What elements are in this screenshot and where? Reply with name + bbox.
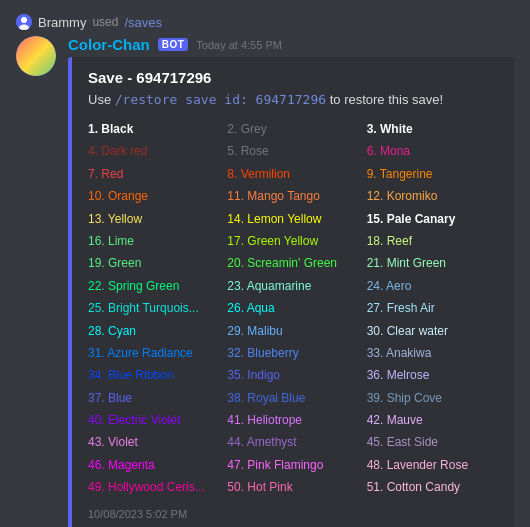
color-item: 33. Anakiwa (367, 343, 498, 363)
color-item: 43. Violet (88, 432, 219, 452)
color-item: 20. Screamin' Green (227, 253, 358, 273)
message-header: Color-Chan BOT Today at 4:55 PM (68, 36, 514, 53)
embed-description: Use /restore save id: 694717296 to resto… (88, 92, 498, 107)
color-item: 38. Royal Blue (227, 388, 358, 408)
color-item: 24. Aero (367, 276, 498, 296)
command-action: used (92, 15, 118, 29)
embed: Save - 694717296 Use /restore save id: 6… (68, 57, 514, 527)
command-username: Brammy (38, 15, 86, 30)
color-item: 48. Lavender Rose (367, 455, 498, 475)
embed-title: Save - 694717296 (88, 69, 498, 86)
color-item: 8. Vermilion (227, 164, 358, 184)
color-item: 50. Hot Pink (227, 477, 358, 497)
color-item: 13. Yellow (88, 209, 219, 229)
color-item: 49. Hollywood Ceris... (88, 477, 219, 497)
message-row: Color-Chan BOT Today at 4:55 PM Save - 6… (16, 36, 514, 527)
embed-footer: 10/08/2023 5:02 PM (88, 508, 498, 520)
color-item: 39. Ship Cove (367, 388, 498, 408)
color-item: 32. Blueberry (227, 343, 358, 363)
color-item: 41. Heliotrope (227, 410, 358, 430)
message-timestamp: Today at 4:55 PM (196, 39, 282, 51)
color-item: 19. Green (88, 253, 219, 273)
color-item: 7. Red (88, 164, 219, 184)
embed-desc-command: /restore save id: 694717296 (115, 92, 326, 107)
color-item: 5. Rose (227, 141, 358, 161)
message-content: Color-Chan BOT Today at 4:55 PM Save - 6… (68, 36, 514, 527)
color-item: 36. Melrose (367, 365, 498, 385)
color-item: 4. Dark red (88, 141, 219, 161)
bot-badge: BOT (158, 38, 189, 51)
color-item: 16. Lime (88, 231, 219, 251)
color-item: 25. Bright Turquois... (88, 298, 219, 318)
color-item: 42. Mauve (367, 410, 498, 430)
command-avatar-small (16, 14, 32, 30)
bot-name: Color-Chan (68, 36, 150, 53)
command-text: /saves (124, 15, 162, 30)
color-item: 11. Mango Tango (227, 186, 358, 206)
color-item: 29. Malibu (227, 321, 358, 341)
color-item: 45. East Side (367, 432, 498, 452)
color-item: 9. Tangerine (367, 164, 498, 184)
color-item: 30. Clear water (367, 321, 498, 341)
color-item: 21. Mint Green (367, 253, 498, 273)
color-item: 17. Green Yellow (227, 231, 358, 251)
color-item: 31. Azure Radiance (88, 343, 219, 363)
color-item: 23. Aquamarine (227, 276, 358, 296)
color-item: 27. Fresh Air (367, 298, 498, 318)
color-item: 15. Pale Canary (367, 209, 498, 229)
bot-avatar (16, 36, 56, 76)
color-item: 18. Reef (367, 231, 498, 251)
color-item: 22. Spring Green (88, 276, 219, 296)
color-item: 46. Magenta (88, 455, 219, 475)
color-item: 34. Blue Ribbon (88, 365, 219, 385)
embed-desc-prefix: Use (88, 92, 115, 107)
color-grid: 1. Black2. Grey3. White4. Dark red5. Ros… (88, 119, 498, 498)
color-item: 2. Grey (227, 119, 358, 139)
svg-point-1 (21, 17, 27, 23)
color-item: 44. Amethyst (227, 432, 358, 452)
color-item: 40. Electric Violet (88, 410, 219, 430)
color-item: 26. Aqua (227, 298, 358, 318)
color-item: 28. Cyan (88, 321, 219, 341)
color-item: 3. White (367, 119, 498, 139)
color-item: 35. Indigo (227, 365, 358, 385)
command-line: Brammy used /saves (16, 14, 514, 30)
color-item: 6. Mona (367, 141, 498, 161)
color-item: 1. Black (88, 119, 219, 139)
embed-desc-suffix: to restore this save! (326, 92, 443, 107)
color-item: 14. Lemon Yellow (227, 209, 358, 229)
color-item: 10. Orange (88, 186, 219, 206)
color-item: 12. Koromiko (367, 186, 498, 206)
color-item: 37. Blue (88, 388, 219, 408)
color-item: 51. Cotton Candy (367, 477, 498, 497)
color-item: 47. Pink Flamingo (227, 455, 358, 475)
